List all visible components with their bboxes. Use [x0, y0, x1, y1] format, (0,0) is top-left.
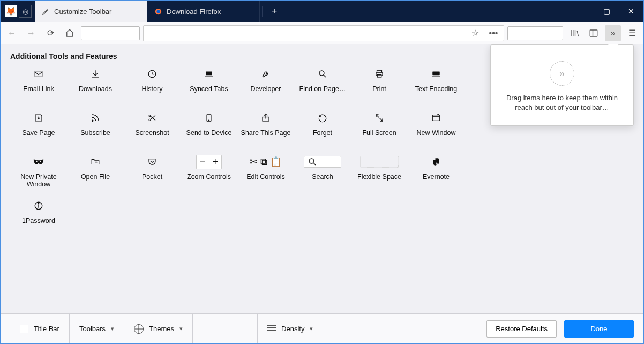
palette-item-developer[interactable]: Developer: [237, 65, 294, 108]
palette-item-forget[interactable]: Forget: [294, 109, 351, 152]
search-icon: [318, 68, 327, 80]
palette-item-pocket[interactable]: Pocket: [124, 153, 181, 196]
palette-item-label: Synced Tabs: [190, 85, 228, 93]
palette-item-synced-tabs[interactable]: Synced Tabs: [181, 65, 237, 108]
palette-item-history[interactable]: History: [124, 65, 181, 108]
globe-icon: [134, 324, 144, 334]
overflow-menu-button[interactable]: »: [605, 25, 621, 41]
palette-item-label: Text Encoding: [415, 85, 458, 93]
palette-item-private[interactable]: New Private Window: [10, 153, 67, 196]
svg-rect-6: [206, 72, 212, 76]
forward-button[interactable]: →: [23, 25, 39, 41]
palette-item-label: Edit Controls: [246, 173, 285, 181]
palette-item-text-encoding[interactable]: Text Encoding: [408, 65, 465, 108]
flexible-space-slot-2[interactable]: [507, 26, 563, 40]
svg-rect-20: [432, 115, 440, 121]
customize-content: Additional Tools and Features Email Link…: [1, 44, 643, 313]
palette-item-screenshot[interactable]: Screenshot: [124, 109, 181, 152]
palette-item-label: Downloads: [79, 85, 112, 93]
palette-item-print[interactable]: Print: [351, 65, 408, 108]
svg-point-25: [40, 161, 41, 162]
palette-item-label: New Window: [417, 129, 456, 137]
palette-item-label: History: [142, 85, 163, 93]
star-icon[interactable]: ☆: [467, 25, 483, 41]
rss-icon: [91, 112, 100, 124]
palette-item-zoom[interactable]: −+Zoom Controls: [181, 153, 237, 196]
done-button[interactable]: Done: [564, 320, 634, 338]
palette-item-open-file[interactable]: Open File: [67, 153, 124, 196]
print-icon: [375, 68, 384, 80]
chevron-down-icon: ▾: [310, 325, 313, 332]
density-dropdown[interactable]: Density ▾: [258, 314, 323, 343]
svg-rect-13: [432, 76, 440, 77]
density-icon: [267, 325, 276, 333]
palette-item-label: Flexible Space: [357, 173, 401, 181]
restore-defaults-button[interactable]: Restore Defaults: [486, 320, 557, 338]
svg-rect-4: [35, 71, 42, 77]
library-icon[interactable]: [566, 25, 582, 41]
share-icon: [261, 112, 271, 124]
back-button[interactable]: ←: [4, 25, 20, 41]
flexible-space-slot[interactable]: [81, 26, 140, 40]
titlebar-label: Title Bar: [34, 325, 59, 333]
tab-customize-toolbar[interactable]: Customize Toolbar: [35, 1, 147, 22]
reload-button[interactable]: ⟳: [42, 25, 58, 41]
hamburger-menu-icon[interactable]: ☰: [624, 25, 640, 41]
minimize-button[interactable]: —: [570, 1, 594, 22]
palette-item-save-page[interactable]: Save Page: [10, 109, 67, 152]
svg-point-29: [38, 204, 39, 205]
scissors-icon: [147, 112, 157, 124]
new-tab-button[interactable]: +: [265, 1, 284, 22]
svg-rect-12: [432, 72, 440, 76]
home-button[interactable]: [62, 25, 78, 41]
palette-item-label: Zoom Controls: [187, 173, 231, 181]
svg-point-24: [36, 161, 38, 162]
themes-dropdown[interactable]: Themes ▾: [124, 314, 192, 343]
palette-item-label: Screenshot: [135, 129, 169, 137]
themes-label: Themes: [149, 325, 174, 333]
palette-item-new-window[interactable]: New Window: [408, 109, 465, 152]
tab-label: Download Firefox: [167, 8, 221, 16]
svg-point-18: [208, 120, 209, 121]
palette-item-send-to-device[interactable]: Send to Device: [181, 109, 237, 152]
palette-item-find[interactable]: Find on Page…: [294, 65, 351, 108]
palette-item-flexible-space[interactable]: Flexible Space: [351, 153, 408, 196]
palette-item-search[interactable]: Search: [294, 153, 351, 196]
palette-item-downloads[interactable]: Downloads: [67, 65, 124, 108]
palette-item-label: Pocket: [142, 173, 162, 181]
overflow-drop-target-icon: »: [550, 61, 574, 86]
palette-item-label: Subscribe: [80, 129, 110, 137]
svg-point-1: [156, 10, 160, 13]
folder-icon: [91, 156, 100, 168]
palette-item-label: Search: [312, 173, 333, 181]
palette-item-email-link[interactable]: Email Link: [10, 65, 67, 108]
page-actions-icon[interactable]: •••: [485, 25, 501, 41]
titlebar-checkbox[interactable]: [20, 325, 28, 333]
svg-point-15: [149, 115, 151, 117]
pinned-tab-icon[interactable]: ◎: [19, 5, 32, 18]
palette-item-label: New Private Window: [10, 173, 67, 188]
svg-point-16: [149, 119, 151, 121]
palette-item-label: Save Page: [22, 129, 55, 137]
palette-item-label: Developer: [251, 85, 281, 93]
palette-item-1password[interactable]: 1Password: [10, 197, 67, 240]
palette-item-label: Full Screen: [362, 129, 396, 137]
window-icon: [431, 112, 441, 124]
palette-item-subscribe[interactable]: Subscribe: [67, 109, 124, 152]
palette-item-full-screen[interactable]: Full Screen: [351, 109, 408, 152]
url-bar[interactable]: ☆ •••: [143, 25, 504, 41]
palette-item-edit[interactable]: ✂ ⧉ 📋Edit Controls: [237, 153, 294, 196]
palette-item-label: Share This Page: [241, 129, 291, 137]
palette-item-evernote[interactable]: Evernote: [408, 153, 465, 196]
customize-footer: Title Bar Toolbars ▾ Themes ▾ Density ▾ …: [1, 313, 643, 343]
overflow-panel[interactable]: » Drag items here to keep them within re…: [490, 44, 634, 126]
maximize-button[interactable]: ▢: [594, 1, 619, 22]
tab-download-firefox[interactable]: Download Firefox: [147, 1, 260, 22]
close-button[interactable]: ✕: [619, 1, 643, 22]
mail-icon: [34, 68, 43, 80]
toolbars-dropdown[interactable]: Toolbars ▾: [70, 314, 124, 343]
toolbars-label: Toolbars: [79, 325, 106, 333]
sidebar-icon[interactable]: [586, 25, 602, 41]
info-icon: [34, 200, 43, 212]
palette-item-share[interactable]: Share This Page: [237, 109, 294, 152]
